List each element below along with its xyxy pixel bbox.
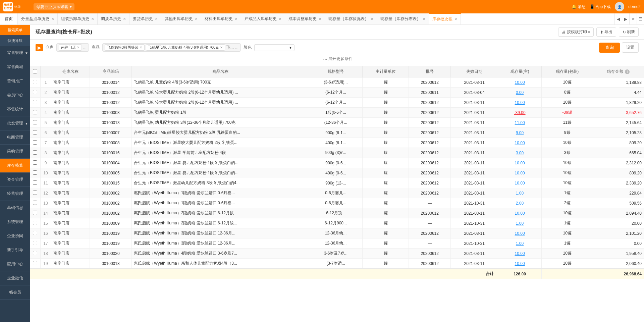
row-checkbox[interactable] xyxy=(30,98,40,108)
row-checkbox[interactable] xyxy=(30,77,40,88)
row-checkbox[interactable] xyxy=(30,249,40,259)
tab-close-icon[interactable]: ✕ xyxy=(454,17,457,21)
row-checkbox[interactable] xyxy=(30,188,40,198)
setting-button[interactable]: 设置 xyxy=(622,42,639,53)
row-qty-main[interactable]: 10.00 xyxy=(498,158,541,168)
row-qty-main[interactable]: 0.00 xyxy=(498,88,541,98)
tab-scroll-right-btn[interactable]: ▶ xyxy=(622,13,629,25)
product-more-dots[interactable]: ... xyxy=(235,45,238,50)
color-dropdown[interactable]: ▾ xyxy=(254,44,294,51)
row-checkbox[interactable] xyxy=(30,259,40,269)
warehouse-more-btn[interactable]: ... xyxy=(83,45,87,50)
app-download-btn[interactable]: 📱 App下载 xyxy=(590,4,611,10)
tab-close-icon[interactable]: ✕ xyxy=(195,17,198,21)
sidebar-item-基础信息[interactable]: 基础信息 xyxy=(0,201,30,215)
sidebar-item-电商管理[interactable]: 电商管理 xyxy=(0,130,30,145)
row-checkbox[interactable] xyxy=(30,88,40,98)
row-checkbox[interactable] xyxy=(30,178,40,188)
tab-现存量库存分布表[interactable]: 现存量（库存分布表） ✕ xyxy=(377,13,429,25)
row-checkbox[interactable] xyxy=(30,148,40,158)
warehouse-tag[interactable]: 南岸门店 ✕ xyxy=(59,44,82,51)
row-checkbox[interactable] xyxy=(30,168,40,178)
message-btn[interactable]: 🔔 消息 xyxy=(572,4,586,10)
refresh-btn[interactable]: ↻ 刷新 xyxy=(619,28,639,37)
print-btn[interactable]: 🖨 按模板打印 ▾ xyxy=(558,28,594,37)
row-checkbox[interactable] xyxy=(30,238,40,249)
sidebar-item-营销推广[interactable]: 营销推广 xyxy=(0,74,30,88)
tab-调拨单历史[interactable]: 调拨单历史 ✕ xyxy=(98,13,129,25)
sidebar-item-库存核算[interactable]: 库存核算 xyxy=(0,159,30,173)
sidebar-item-企业协同[interactable]: 企业协同 xyxy=(0,229,30,243)
tab-close-icon[interactable]: ✕ xyxy=(423,17,425,21)
tab-材料出库单历史[interactable]: 材料出库单历史 ✕ xyxy=(201,13,241,25)
tab-库存批次账[interactable]: 库存批次账 ✕ xyxy=(429,13,461,25)
expand-conditions-btn[interactable]: ⌄⌄ 展开更多条件 xyxy=(322,56,353,62)
tab-more-btn[interactable]: ☰ xyxy=(637,13,644,25)
row-qty-main[interactable]: 1.00 xyxy=(498,188,541,198)
row-qty-main[interactable]: 11.00 xyxy=(498,118,541,128)
sidebar-quick-nav[interactable]: 快捷导航 xyxy=(0,35,30,46)
row-qty-main[interactable]: 1.00 xyxy=(498,218,541,228)
tab-其他出库单历史[interactable]: 其他出库单历史 ✕ xyxy=(161,13,201,25)
tab-scroll-left-btn[interactable]: ◀ xyxy=(614,13,622,25)
row-qty-main[interactable]: 10.00 xyxy=(498,178,541,188)
remove-product-tag-icon[interactable]: ✕ xyxy=(140,46,142,49)
sidebar-item-零售商城[interactable]: 零售商城 xyxy=(0,60,30,74)
query-button[interactable]: 查询 xyxy=(599,43,620,53)
row-qty-main[interactable]: 10.00 xyxy=(498,77,541,88)
row-qty-main[interactable]: 10.00 xyxy=(498,98,541,108)
remove-warehouse-tag-icon[interactable]: ✕ xyxy=(77,46,79,49)
sidebar-item-零售管理[interactable]: 零售管理 ▼ xyxy=(0,46,30,60)
row-qty-main[interactable]: 2.00 xyxy=(498,198,541,208)
sidebar-item-采购管理[interactable]: 采购管理 xyxy=(0,145,30,159)
row-qty-main[interactable]: 10.00 xyxy=(498,208,541,218)
row-checkbox[interactable] xyxy=(30,218,40,228)
tab-成本调整单历史[interactable]: 成本调整单历史 ✕ xyxy=(285,13,325,25)
username[interactable]: demo2 xyxy=(628,4,641,9)
balance-info-icon[interactable]: i xyxy=(625,69,630,74)
sidebar-item-系统管理[interactable]: 系统管理 xyxy=(0,215,30,229)
row-checkbox[interactable] xyxy=(30,158,40,168)
tab-close-icon[interactable]: ✕ xyxy=(235,17,237,21)
sidebar-item-资金管理[interactable]: 资金管理 xyxy=(0,173,30,187)
industry-selector[interactable]: 母婴行业演示账套 ▾ xyxy=(34,3,74,10)
row-checkbox[interactable] xyxy=(30,118,40,128)
row-qty-main[interactable]: 9.00 xyxy=(498,128,541,138)
sidebar-item-新手引导[interactable]: 新手引导 xyxy=(0,243,30,257)
tab-close-icon[interactable]: ✕ xyxy=(51,17,54,21)
tab-close-icon[interactable]: ✕ xyxy=(123,17,126,21)
tab-产成品入库单历史[interactable]: 产成品入库单历史 ✕ xyxy=(241,13,285,25)
sidebar-item-畅会员[interactable]: 畅会员 xyxy=(0,285,30,300)
row-qty-main[interactable]: 10.00 xyxy=(498,138,541,148)
tab-close-icon[interactable]: ✕ xyxy=(371,17,373,21)
row-qty-main[interactable]: -39.00 xyxy=(498,108,541,118)
tab-close-icon[interactable]: ✕ xyxy=(155,17,158,21)
sidebar-item-会员中心[interactable]: 会员中心 xyxy=(0,88,30,102)
tab-close-all-btn[interactable]: ✕ xyxy=(629,13,637,25)
filter-toggle-btn[interactable]: ▶ xyxy=(36,44,43,51)
tab-home[interactable]: 首页 xyxy=(0,13,18,25)
row-checkbox[interactable] xyxy=(30,198,40,208)
export-btn[interactable]: ⬆ 导出 xyxy=(596,28,616,37)
row-qty-main[interactable]: 1.00 xyxy=(498,238,541,249)
sidebar-item-批发管理[interactable]: 批发管理 ▼ xyxy=(0,116,30,130)
row-qty-main[interactable]: 10.00 xyxy=(498,168,541,178)
tab-close-icon[interactable]: ✕ xyxy=(91,17,94,21)
tab-要货单历史[interactable]: 要货单历史 ✕ xyxy=(129,13,161,25)
row-checkbox[interactable] xyxy=(30,138,40,148)
row-checkbox[interactable] xyxy=(30,208,40,218)
sidebar-item-经营管理[interactable]: 经营管理 xyxy=(0,187,30,201)
product-tag-2[interactable]: 飞鹤星飞帆 儿童奶粉 4段(3-6岁适用) 700克 ✕ xyxy=(146,44,225,51)
tab-组装拆卸单历史[interactable]: 组装拆卸单历史 ✕ xyxy=(58,13,98,25)
row-qty-main[interactable]: 10.00 xyxy=(498,249,541,259)
row-checkbox[interactable] xyxy=(30,228,40,238)
row-qty-main[interactable]: 3.00 xyxy=(498,148,541,158)
row-qty-main[interactable]: 10.00 xyxy=(498,259,541,269)
select-all-checkbox[interactable] xyxy=(33,69,37,73)
remove-product-tag-icon[interactable]: ✕ xyxy=(220,46,223,49)
sidebar-item-应用中心[interactable]: 应用中心 xyxy=(0,257,30,271)
sidebar-item-零售统计[interactable]: 零售统计 xyxy=(0,102,30,116)
tab-现存量库存状况表[interactable]: 现存量（库存状况表） ✕ xyxy=(325,13,377,25)
row-checkbox[interactable] xyxy=(30,108,40,118)
sidebar-item-企业微信[interactable]: 企业微信 xyxy=(0,271,30,285)
